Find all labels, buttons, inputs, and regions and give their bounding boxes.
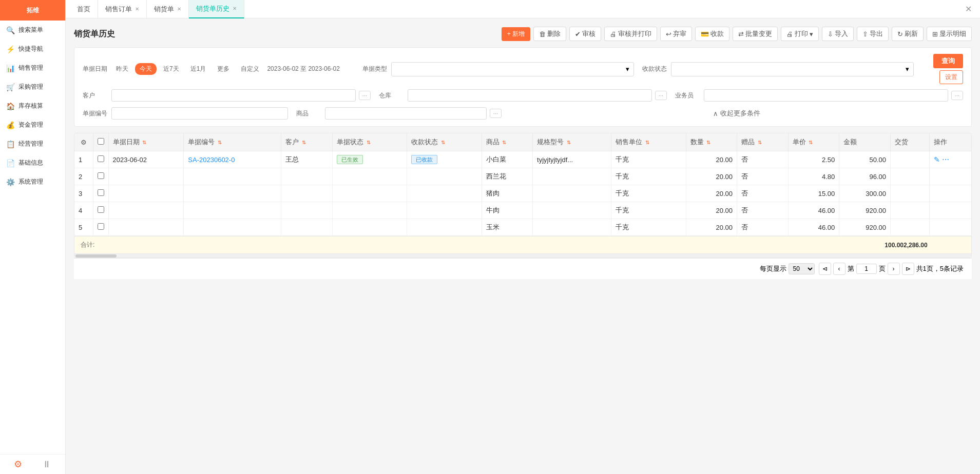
tab-sales-order-label: 销售订单 <box>105 5 132 14</box>
print-button[interactable]: 🖨 打印 ▾ <box>781 27 819 41</box>
abandon-button[interactable]: ↩ 弃审 <box>660 27 692 41</box>
filter-customer-input[interactable] <box>111 89 356 102</box>
sidebar-item-finance[interactable]: 💰 资金管理 <box>0 115 65 134</box>
col-qty[interactable]: 数量 ⇅ <box>686 133 737 151</box>
sidebar-settings-icon[interactable]: ⚙ <box>14 459 22 470</box>
collapse-button[interactable]: ∧ 收起更多条件 <box>711 107 762 120</box>
next-page-button[interactable]: › <box>888 263 900 275</box>
page-content: 销货单历史 + 新增 🗑 删除 ✔ 审核 🖨 审核并打印 ↩ 弃审 <box>66 18 980 474</box>
cell-doc-status <box>332 219 407 236</box>
new-button[interactable]: + 新增 <box>502 27 530 41</box>
delete-label: 删除 <box>547 29 561 38</box>
sidebar-item-search-menu[interactable]: 🔍 搜索菜单 <box>0 21 65 40</box>
row-checkbox[interactable] <box>98 223 104 230</box>
row-checkbox[interactable] <box>98 189 104 196</box>
filter-warehouse-input[interactable] <box>408 89 652 102</box>
tab-sales-delivery-close[interactable]: ✕ <box>177 6 181 12</box>
cell-checkbox[interactable] <box>93 151 108 168</box>
first-page-button[interactable]: ⊲ <box>819 263 831 275</box>
col-gift[interactable]: 赠品 ⇅ <box>737 133 789 151</box>
date-tag-1month[interactable]: 近1月 <box>186 63 211 75</box>
tab-close-all[interactable]: ✕ <box>961 4 976 14</box>
col-settings[interactable]: ⚙ <box>74 133 93 151</box>
audit-print-button[interactable]: 🖨 审核并打印 <box>604 27 657 41</box>
col-doc-no[interactable]: 单据编号 ⇅ <box>184 133 281 151</box>
sidebar-item-label-search: 搜索菜单 <box>18 26 43 34</box>
customer-ellipsis[interactable]: ··· <box>359 91 371 100</box>
import-button[interactable]: ⇩ 导入 <box>822 27 854 41</box>
more-icon[interactable]: ⋯ <box>942 155 949 164</box>
salesperson-ellipsis[interactable]: ··· <box>951 91 963 100</box>
sidebar-item-operations[interactable]: 📋 经营管理 <box>0 134 65 153</box>
query-button[interactable]: 查询 <box>933 54 963 68</box>
date-tag-7days[interactable]: 近7天 <box>159 63 184 75</box>
warehouse-ellipsis[interactable]: ··· <box>655 91 667 100</box>
sidebar-item-basic-info[interactable]: 📄 基础信息 <box>0 153 65 172</box>
date-tag-today[interactable]: 今天 <box>135 63 157 75</box>
sidebar-item-sales-mgmt[interactable]: 📊 销售管理 <box>0 58 65 77</box>
display-button[interactable]: ⊞ 显示明细 <box>927 27 972 41</box>
row-checkbox[interactable] <box>98 206 104 213</box>
filter-payment-select[interactable]: ▾ <box>671 62 914 76</box>
cell-checkbox[interactable] <box>93 219 108 236</box>
edit-icon[interactable]: ✎ <box>934 155 940 164</box>
col-goods[interactable]: 商品 ⇅ <box>482 133 533 151</box>
scroll-thumb[interactable] <box>75 254 117 258</box>
cell-goods: 小白菜 <box>482 151 533 168</box>
last-page-button[interactable]: ⊳ <box>902 263 914 275</box>
cell-checkbox[interactable] <box>93 168 108 185</box>
audit-button[interactable]: ✔ 审核 <box>569 27 601 41</box>
filter-doc-no-input[interactable] <box>111 107 288 120</box>
col-price[interactable]: 单价 ⇅ <box>788 133 839 151</box>
col-customer[interactable]: 客户 ⇅ <box>281 133 333 151</box>
col-checkbox[interactable] <box>93 133 108 151</box>
col-doc-status[interactable]: 单据状态 ⇅ <box>332 133 407 151</box>
batch-change-button[interactable]: ⇄ 批量变更 <box>733 27 778 41</box>
sidebar-item-purchase-mgmt[interactable]: 🛒 采购管理 <box>0 77 65 96</box>
cell-checkbox[interactable] <box>93 202 108 219</box>
delete-button[interactable]: 🗑 删除 <box>533 27 566 41</box>
filter-goods-input[interactable] <box>325 107 487 120</box>
date-tag-more[interactable]: 更多 <box>213 63 234 75</box>
date-filter: 昨天 今天 近7天 近1月 更多 自定义 <box>111 63 264 75</box>
per-page-select[interactable]: 50 100 200 <box>789 263 815 274</box>
filter-settings-button[interactable]: 设置 <box>939 70 963 84</box>
goods-ellipsis[interactable]: ··· <box>490 109 502 118</box>
tab-sales-history[interactable]: 销货单历史 ✕ <box>189 0 244 18</box>
select-all-checkbox[interactable] <box>98 138 104 145</box>
sidebar-bottom: ⚙ ⏸ <box>0 454 65 474</box>
tab-sales-order-close[interactable]: ✕ <box>135 6 139 12</box>
collect-button[interactable]: 💳 收款 <box>695 27 729 41</box>
page-number-input[interactable] <box>856 264 877 274</box>
col-payment-status[interactable]: 收款状态 ⇅ <box>407 133 482 151</box>
prev-page-button[interactable]: ‹ <box>833 263 846 275</box>
row-checkbox[interactable] <box>98 172 104 179</box>
col-spec[interactable]: 规格型号 ⇅ <box>533 133 611 151</box>
filter-salesperson-input[interactable] <box>704 89 948 102</box>
sidebar-item-quick-nav[interactable]: ⚡ 快捷导航 <box>0 40 65 58</box>
tab-sales-history-close[interactable]: ✕ <box>233 6 237 11</box>
tab-sales-delivery[interactable]: 销货单 ✕ <box>147 0 189 18</box>
import-label: 导入 <box>835 29 848 38</box>
sidebar-collapse-icon[interactable]: ⏸ <box>42 459 51 470</box>
horizontal-scrollbar[interactable] <box>74 253 971 258</box>
refresh-button[interactable]: ↻ 刷新 <box>892 27 924 41</box>
sort-doc-date-icon: ⇅ <box>142 140 146 145</box>
cell-amount: 96.00 <box>839 168 891 185</box>
export-button[interactable]: ⇧ 导出 <box>857 27 889 41</box>
date-tag-yesterday[interactable]: 昨天 <box>111 63 133 75</box>
doc-no-link[interactable]: SA-20230602-0 <box>188 156 235 164</box>
col-amount: 金额 <box>839 133 891 151</box>
tab-sales-order[interactable]: 销售订单 ✕ <box>98 0 147 18</box>
col-doc-date[interactable]: 单据日期 ⇅ <box>108 133 184 151</box>
col-unit[interactable]: 销售单位 ⇅ <box>611 133 686 151</box>
cell-checkbox[interactable] <box>93 185 108 202</box>
filter-doc-type-select[interactable]: ▾ <box>391 62 634 76</box>
date-range-display: 2023-06-02 至 2023-06-02 <box>267 65 339 73</box>
tab-home[interactable]: 首页 <box>70 0 98 18</box>
sidebar-item-system-mgmt[interactable]: ⚙️ 系统管理 <box>0 172 65 191</box>
filter-doc-no: 单据编号 <box>83 107 288 120</box>
date-tag-custom[interactable]: 自定义 <box>236 63 264 75</box>
row-checkbox[interactable] <box>98 155 104 162</box>
sidebar-item-inventory[interactable]: 🏠 库存核算 <box>0 96 65 115</box>
